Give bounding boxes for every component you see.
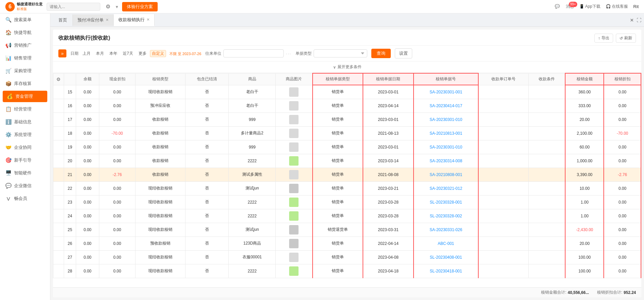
col-cancel-discount-cell: 0.00 [604, 113, 641, 126]
col-cancel-discount-cell: 0.00 [604, 85, 641, 99]
tab-prepay[interactable]: 预付冲应付单 ✕ [73, 14, 114, 26]
cancel-bill-no-link[interactable]: SA-20230301-010 [430, 117, 462, 122]
col-cancel-discount-header: 核销折扣 [604, 73, 641, 85]
col-seq-cell: 21 [64, 168, 76, 181]
tab-cancel-exec[interactable]: 收款核销执行 ✕ [114, 14, 155, 26]
col-cancel-bill-date-cell: 2023-03-28 [363, 195, 414, 209]
app-download-link[interactable]: 📱 App下载 [579, 4, 600, 9]
sidebar-item-search[interactable]: 🔍 搜索菜单 [0, 13, 50, 26]
tab-maximize-icon[interactable]: ⛶ [637, 17, 641, 23]
dropdown-arrow-icon[interactable]: ▾ [116, 4, 118, 9]
export-button[interactable]: ↑ 导出 [594, 34, 613, 43]
cancel-bill-no-link[interactable]: SA-20230301-010 [430, 145, 462, 149]
col-goods-img-cell [276, 223, 313, 237]
col-settings-cell [53, 113, 64, 126]
cancel-bill-no-link[interactable]: SL-20230408-001 [430, 255, 462, 260]
sidebar-item-basic[interactable]: ℹ️ 基础信息 [0, 116, 50, 128]
table-row: 22 0.00 0.00 现结收款核销 否 测试jun 销货单 2023-03-… [53, 181, 641, 195]
top-search-input[interactable] [47, 3, 100, 11]
col-cancel-bill-no-cell[interactable]: SA-20210813-001 [414, 126, 478, 140]
col-cancel-bill-no-cell[interactable]: SA-20230331-026 [414, 223, 478, 237]
settings-gear-icon[interactable]: ⚙ [106, 3, 110, 10]
date-custom[interactable]: 自定义 [150, 50, 166, 57]
sidebar-item-quicknav[interactable]: 🏠 快捷导航 [0, 26, 50, 39]
date-this-month[interactable]: 本月 [94, 50, 106, 57]
col-cancel-bill-no-cell[interactable]: SA-20230314-008 [414, 154, 478, 168]
settings-button[interactable]: 设置 [395, 48, 412, 58]
sidebar-item-collab[interactable]: 🤝 企业协同 [0, 141, 50, 154]
col-seq-cell: 19 [64, 140, 76, 154]
table-row: 17 0.00 0.00 收款核销 否 999 销货单 2023-03-01 S… [53, 113, 641, 126]
sidebar-item-purchase[interactable]: 🛒 采购管理 [0, 65, 50, 77]
col-cancel-bill-no-cell[interactable]: SA-20230301-001 [414, 85, 478, 99]
col-settings-cell [53, 85, 64, 99]
bill-type-select[interactable] [314, 49, 367, 57]
tab-home[interactable]: 首页 [53, 14, 73, 26]
col-cancel-bill-no-cell[interactable]: SL-20230408-001 [414, 250, 478, 264]
sidebar-item-guide[interactable]: 🎯 新手引导 [0, 154, 50, 167]
sidebar-item-management[interactable]: 📋 经营管理 [0, 103, 50, 116]
cancel-bill-no-link[interactable]: SL-20230328-001 [430, 200, 462, 205]
col-cancel-bill-no-cell[interactable]: SA-20230321-012 [414, 181, 478, 195]
date-last-month[interactable]: 上月 [80, 50, 93, 57]
tab-prepay-close-icon[interactable]: ✕ [106, 18, 109, 22]
goods-image [289, 198, 299, 207]
cancel-bill-no-link[interactable]: SL-20230418-001 [430, 269, 462, 273]
cancel-bill-no-link[interactable]: SA-20230321-012 [430, 186, 462, 191]
col-cash-discount-cell: 0.00 [99, 264, 136, 278]
query-button[interactable]: 查询 [371, 49, 391, 58]
col-goods-img-cell [276, 264, 313, 278]
sidebar-item-system[interactable]: ⚙️ 系统管理 [0, 128, 50, 141]
trial-industry-button[interactable]: 体验行业方案 [122, 2, 158, 11]
sidebar-item-sales[interactable]: 📊 销售管理 [0, 52, 50, 65]
cancel-bill-no-link[interactable]: SA-20210808-001 [430, 172, 462, 177]
col-cancel-bill-no-cell[interactable]: SA-20210808-001 [414, 168, 478, 181]
col-cancel-bill-no-cell[interactable]: SL-20230328-001 [414, 195, 478, 209]
expand-conditions-button[interactable]: ∨ 展开更多条件 [332, 63, 363, 71]
tab-close-window-icon[interactable]: ✕ [630, 17, 634, 23]
col-cancel-bill-no-cell[interactable]: SL-20230328-002 [414, 209, 478, 223]
col-settings-cell [53, 250, 64, 264]
col-cancel-bill-no-cell[interactable]: SA-20230301-010 [414, 140, 478, 154]
partner-more-icon[interactable]: ··· [286, 51, 291, 56]
online-service-link[interactable]: 🎧 在线客服 [606, 4, 628, 9]
tab-cancel-exec-close-icon[interactable]: ✕ [147, 17, 150, 22]
notification-bell[interactable]: 💬 99+ 消息 [555, 4, 574, 9]
date-this-year[interactable]: 本年 [107, 50, 119, 57]
user-profile[interactable]: Rit [633, 4, 639, 9]
cancel-bill-no-link[interactable]: SA-20210813-001 [430, 131, 462, 136]
sidebar-item-finance[interactable]: 💰 资金管理 [3, 91, 47, 102]
sidebar-item-weixin[interactable]: 💬 企业微信 [0, 179, 50, 192]
partner-input[interactable] [223, 49, 284, 57]
filter-toggle-button[interactable]: » [58, 49, 66, 57]
refresh-button[interactable]: ↺ 刷新 [616, 34, 636, 43]
col-include-settled-cell: 否 [185, 264, 229, 278]
col-cancel-discount-cell: 0.00 [604, 99, 641, 113]
tab-bar-actions: ✕ ⛶ [630, 17, 641, 23]
cancel-bill-no-link[interactable]: SL-20230328-002 [430, 214, 462, 218]
cancel-bill-no-link[interactable]: SA-20230301-001 [430, 90, 462, 94]
date-more[interactable]: 更多 [137, 50, 149, 57]
col-cancel-bill-no-cell[interactable]: ABC-001 [414, 237, 478, 250]
col-receipt-condition-cell [529, 113, 566, 126]
cancel-bill-no-link[interactable]: SA-20230331-026 [430, 227, 462, 232]
col-cancel-bill-no-cell[interactable]: SA-20230301-010 [414, 113, 478, 126]
col-cancel-bill-no-header: 核销单据号 [414, 73, 478, 85]
sidebar-item-marketing[interactable]: 📢 营销推广 [0, 39, 50, 52]
col-cancel-type-cell: 收款核销 [136, 126, 185, 140]
goods-image [289, 115, 299, 124]
sidebar-item-vip[interactable]: V 畅会员 [0, 192, 50, 205]
col-settings-icon[interactable]: ⚙ [56, 77, 61, 82]
col-cancel-bill-type-cell: 销货单 [313, 140, 363, 154]
sidebar-item-hardware[interactable]: 🖥️ 智能硬件 [0, 167, 50, 179]
cancel-bill-no-link[interactable]: SA-20230414-017 [430, 103, 462, 108]
col-cancel-bill-no-cell[interactable]: SA-20230414-017 [414, 99, 478, 113]
col-cancel-amount-cell: 2,100.00 [565, 126, 604, 140]
col-cancel-bill-no-cell[interactable]: SL-20230418-001 [414, 264, 478, 278]
cancel-bill-no-link[interactable]: ABC-001 [438, 241, 454, 246]
col-cancel-type-cell: 收款核销 [136, 154, 185, 168]
cancel-bill-no-link[interactable]: SA-20230314-008 [430, 159, 462, 163]
date-7-days[interactable]: 近7天 [121, 50, 135, 57]
expand-conditions-bar: ∨ 展开更多条件 [53, 61, 641, 73]
sidebar-item-inventory[interactable]: 📦 库存核算 [0, 77, 50, 90]
